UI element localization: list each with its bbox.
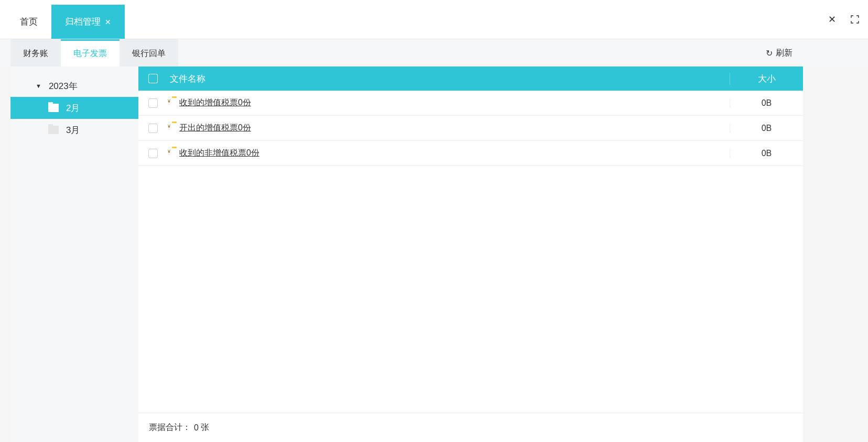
refresh-label: 刷新	[776, 48, 793, 59]
tree-month-label: 3月	[66, 124, 80, 136]
refresh-icon: ↻	[766, 48, 773, 58]
subtab-bank[interactable]: 银行回单	[120, 39, 178, 67]
close-icon[interactable]: ✕	[105, 18, 111, 26]
fullscreen-button[interactable]	[845, 9, 865, 29]
subtab-finance[interactable]: 财务账	[10, 39, 61, 67]
file-link[interactable]: 开出的增值税票0份	[179, 123, 251, 132]
footer-count: 0	[194, 423, 199, 433]
col-header-filename: 文件名称	[168, 73, 730, 85]
tree-year-label: 2023年	[49, 80, 78, 92]
row-size: 0B	[730, 124, 803, 133]
tab-archive[interactable]: 归档管理 ✕	[51, 5, 125, 39]
sidebar: ▼ 2023年 2月 3月	[10, 67, 138, 442]
tree-year-node[interactable]: ▼ 2023年	[10, 75, 138, 97]
footer-unit: 张	[201, 422, 209, 433]
close-button[interactable]: ✕	[822, 9, 842, 29]
row-checkbox[interactable]	[148, 149, 158, 158]
footer-label: 票据合计：	[149, 422, 191, 433]
col-header-size: 大小	[730, 73, 803, 85]
tab-home-label: 首页	[20, 16, 38, 28]
tab-archive-label: 归档管理	[65, 16, 101, 28]
table-row: 开出的增值税票0份 0B	[138, 116, 803, 141]
table-header: 文件名称 大小	[138, 67, 803, 91]
select-all-checkbox[interactable]	[148, 74, 158, 83]
fullscreen-icon	[851, 15, 859, 24]
top-tab-bar: 首页 归档管理 ✕ ✕	[0, 0, 868, 39]
tree-month-feb[interactable]: 2月	[10, 97, 138, 119]
tab-bar-controls: ✕	[822, 0, 868, 39]
row-checkbox[interactable]	[148, 98, 158, 108]
tree: ▼ 2023年 2月 3月	[10, 71, 138, 141]
file-link[interactable]: 收到的增值税票0份	[179, 98, 251, 107]
tab-home[interactable]: 首页	[6, 5, 51, 39]
subtab-finance-label: 财务账	[23, 48, 48, 59]
table-row: 收到的非增值税票0份 0B	[138, 141, 803, 166]
row-size: 0B	[730, 98, 803, 108]
row-size: 0B	[730, 149, 803, 158]
tree-month-mar[interactable]: 3月	[10, 119, 138, 141]
file-link[interactable]: 收到的非增值税票0份	[179, 148, 259, 157]
row-checkbox[interactable]	[148, 124, 158, 133]
main-panel: 文件名称 大小 收到的增值税票0份 0B 开出的增值税票0份	[138, 67, 803, 442]
chevron-down-icon: ▼	[36, 83, 41, 89]
subtab-bank-label: 银行回单	[132, 48, 166, 59]
subtabs-row: 财务账 电子发票 银行回单 ↻ 刷新	[0, 39, 868, 67]
subtab-einvoice-label: 电子发票	[73, 48, 107, 59]
table-row: 收到的增值税票0份 0B	[138, 91, 803, 116]
folder-icon	[48, 126, 59, 134]
tree-month-label: 2月	[66, 102, 80, 114]
refresh-button[interactable]: ↻ 刷新	[766, 48, 793, 59]
table-body: 收到的增值税票0份 0B 开出的增值税票0份 0B 收到	[138, 91, 803, 413]
footer: 票据合计： 0 张	[138, 413, 803, 442]
folder-icon	[48, 104, 59, 112]
subtab-einvoice[interactable]: 电子发票	[61, 39, 120, 67]
